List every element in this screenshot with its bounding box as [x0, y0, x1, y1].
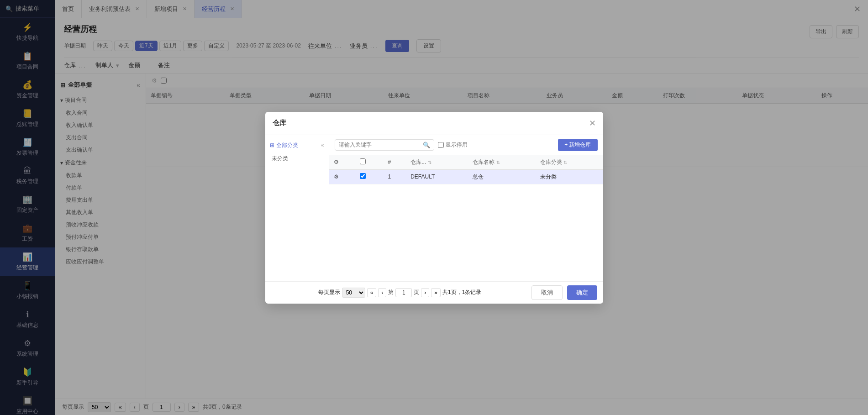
- show-disabled-checkbox[interactable]: [438, 142, 444, 148]
- sort-icon2: ⇅: [496, 160, 500, 165]
- th-checkbox: [355, 155, 383, 170]
- show-disabled-text: 显示停用: [446, 141, 468, 149]
- modal-total-info: 共1页，1条记录: [442, 289, 481, 296]
- row-name: 总仓: [468, 169, 536, 184]
- th-num: #: [384, 155, 406, 170]
- collapse-left-panel-btn[interactable]: «: [321, 142, 324, 148]
- sort-icon3: ⇅: [563, 160, 567, 165]
- row-num: 1: [384, 169, 406, 184]
- grid-icon2: ⊞: [270, 142, 274, 148]
- modal-left-item-unclassified[interactable]: 未分类: [265, 152, 329, 165]
- cancel-button[interactable]: 取消: [531, 285, 563, 300]
- modal-right-panel: 🔍 显示停用 + 新增仓库 ⚙ #仓库... ⇅ 仓库名称 ⇅: [329, 135, 603, 281]
- modal-left-panel: ⊞ 全部分类 « 未分类: [265, 135, 329, 281]
- modal-page-label: 第: [388, 289, 394, 296]
- modal-last-page-btn[interactable]: »: [431, 288, 441, 297]
- add-warehouse-btn[interactable]: + 新增仓库: [558, 139, 597, 151]
- modal-page-unit: 页: [414, 289, 419, 296]
- show-disabled-label[interactable]: 显示停用: [438, 141, 468, 149]
- confirm-button[interactable]: 确定: [567, 285, 597, 300]
- th-warehouse-code: 仓库... ⇅: [406, 155, 468, 170]
- modal-next-page-btn[interactable]: ›: [421, 288, 429, 297]
- warehouse-modal: 仓库 ✕ ⊞ 全部分类 « 未分类 🔍 显示停用 +: [265, 112, 603, 304]
- all-categories-label: 全部分类: [276, 142, 298, 149]
- th-warehouse-name: 仓库名称 ⇅: [468, 155, 536, 170]
- modal-prev-page-btn[interactable]: ‹: [378, 288, 386, 297]
- sort-icon1: ⇅: [428, 160, 431, 165]
- warehouse-table-row[interactable]: ⚙ 1DEFAULT 总仓 未分类: [329, 169, 603, 184]
- modal-table-wrapper: ⚙ #仓库... ⇅ 仓库名称 ⇅ 仓库分类 ⇅ ⚙ 1DEFAULT 总仓 未…: [329, 155, 603, 281]
- modal-left-header: ⊞ 全部分类 «: [265, 139, 329, 152]
- modal-footer: 每页显示 50 100 « ‹ 第 页 › » 共1页，1条记录 取消 确定: [265, 281, 603, 304]
- modal-header: 仓库 ✕: [265, 112, 603, 135]
- modal-toolbar: 🔍 显示停用 + 新增仓库: [329, 135, 603, 155]
- modal-pagination: 每页显示 50 100 « ‹ 第 页 › » 共1页，1条记录: [318, 288, 482, 298]
- modal-select-all[interactable]: [360, 158, 366, 164]
- row-code: DEFAULT: [406, 169, 468, 184]
- modal-table-header-row: ⚙ #仓库... ⇅ 仓库名称 ⇅ 仓库分类 ⇅: [329, 155, 603, 170]
- search-icon2: 🔍: [423, 142, 430, 148]
- th-settings: ⚙: [329, 155, 356, 170]
- modal-close-btn[interactable]: ✕: [589, 118, 596, 128]
- modal-first-page-btn[interactable]: «: [367, 288, 377, 297]
- row-settings: ⚙: [329, 169, 356, 184]
- search-input-wrapper: 🔍: [335, 139, 434, 151]
- modal-body: ⊞ 全部分类 « 未分类 🔍 显示停用 + 新增仓库: [265, 135, 603, 281]
- modal-per-page-select[interactable]: 50 100: [342, 288, 365, 298]
- th-warehouse-category: 仓库分类 ⇅: [536, 155, 603, 170]
- modal-title: 仓库: [273, 119, 286, 127]
- row-category: 未分类: [536, 169, 603, 184]
- modal-page-input[interactable]: [395, 288, 412, 297]
- modal-per-page-label: 每页显示: [318, 289, 340, 296]
- warehouse-search-input[interactable]: [339, 142, 421, 148]
- row-select-checkbox[interactable]: [360, 173, 366, 179]
- warehouse-table: ⚙ #仓库... ⇅ 仓库名称 ⇅ 仓库分类 ⇅ ⚙ 1DEFAULT 总仓 未…: [329, 155, 603, 184]
- row-checkbox: [355, 169, 383, 184]
